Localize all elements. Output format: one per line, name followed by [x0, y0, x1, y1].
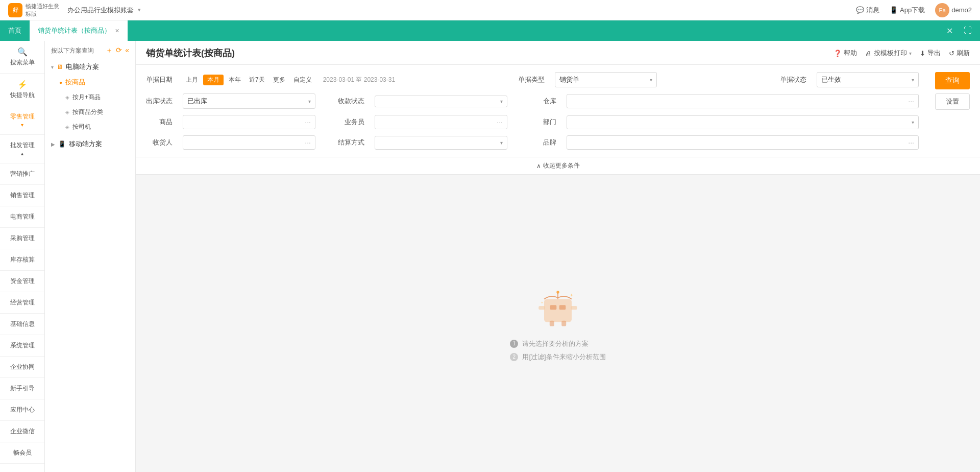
sidebar-item-system[interactable]: 系统管理: [0, 335, 44, 357]
pc-icon: 🖥: [57, 63, 63, 70]
receive-status-select[interactable]: ▾: [375, 96, 507, 107]
sidebar-item-enterprise[interactable]: 企业协同: [0, 357, 44, 378]
date-filter-row: 单据日期 上月 本月 本年 近7天 更多 自定义 2023-03-01 至 20…: [146, 72, 919, 87]
step-1-number: 1: [510, 340, 518, 348]
data-area: ✦ ✦ 1 请先选择要分析的方案 2 用[过滤]条件来缩小分析范围: [136, 175, 980, 472]
app-title: 办公用品行业模拟账套: [67, 6, 134, 15]
payment-label: 结算方式: [338, 138, 364, 147]
scheme-group-pc-header[interactable]: ▾ 🖥 电脑端方案: [45, 59, 135, 75]
sidebar-item-shortcut[interactable]: ⚡ 快捷导航: [0, 74, 44, 106]
warehouse-select[interactable]: ···: [567, 94, 919, 108]
scheme-item-by-product[interactable]: ● 按商品: [45, 75, 135, 90]
brand-select[interactable]: ···: [567, 135, 919, 150]
svg-rect-6: [561, 321, 566, 326]
message-button[interactable]: 💬 消息: [856, 6, 879, 15]
app-download-button[interactable]: 📱 App下载: [890, 6, 925, 15]
goods-dots-icon[interactable]: ···: [305, 118, 311, 126]
scheme-group-mobile-header[interactable]: ▶ 📱 移动端方案: [45, 136, 135, 152]
refresh-scheme-icon[interactable]: ⟳: [116, 46, 122, 55]
scheme-sub-icon1: ◈: [65, 95, 69, 100]
step-2-number: 2: [510, 353, 518, 361]
date-tab-this-year[interactable]: 本年: [226, 75, 244, 85]
chevron-right-icon: ▶: [51, 141, 55, 147]
main-content: 销货单统计表(按商品) ❓ 帮助 🖨 按模板打印 ▾ ⬇ 导出: [136, 41, 980, 472]
tab-home[interactable]: 首页: [0, 20, 30, 41]
sidebar-item-wholesale[interactable]: 批发管理 ▴: [0, 135, 44, 163]
wholesale-arrow: ▴: [21, 151, 23, 156]
sidebar-item-inventory[interactable]: 库存核算: [0, 249, 44, 271]
salesman-dots-icon[interactable]: ···: [497, 118, 503, 126]
query-button[interactable]: 查询: [935, 72, 970, 89]
doc-type-select[interactable]: 销货单 ▾: [555, 72, 657, 87]
sidebar-item-retail[interactable]: 零售管理 ▾: [0, 106, 44, 135]
sidebar-item-finance[interactable]: 资金管理: [0, 271, 44, 292]
receiver-dots-icon[interactable]: ···: [305, 138, 311, 147]
sidebar-item-marketing[interactable]: 营销推广: [0, 163, 44, 185]
topbar-left: 好 畅捷通好生意 标版 办公用品行业模拟账套 ▾: [8, 3, 141, 17]
export-button[interactable]: ⬇ 导出: [920, 49, 941, 58]
chevron-up-icon: ∧: [536, 162, 541, 170]
avatar: Ea: [935, 3, 949, 17]
logo-area: 好 畅捷通好生意 标版: [8, 3, 59, 17]
filter-row-2: 出库状态 已出库 ▾ 收款状态 ▾: [146, 93, 919, 109]
logo-icon: 好: [8, 3, 22, 17]
sidebar-item-apps[interactable]: 应用中心: [0, 399, 44, 421]
sidebar-item-member[interactable]: 畅会员: [0, 442, 44, 464]
dept-select[interactable]: ▾: [567, 115, 919, 129]
sidebar-item-wechat[interactable]: 企业微信: [0, 421, 44, 442]
date-tab-more[interactable]: 更多: [270, 75, 288, 85]
warehouse-label: 仓库: [530, 97, 556, 106]
sidebar-item-ecommerce[interactable]: 电商管理: [0, 206, 44, 228]
print-arrow-icon: ▾: [909, 51, 912, 56]
dept-arrow-icon: ▾: [912, 120, 914, 125]
svg-rect-5: [550, 321, 554, 326]
main-layout: 🔍 搜索菜单 ⚡ 快捷导航 零售管理 ▾ 批发管理 ▴ 营销推广 销售管理 电商…: [0, 41, 980, 472]
date-tab-7days[interactable]: 近7天: [246, 75, 268, 85]
brand-dots-icon[interactable]: ···: [908, 138, 914, 147]
maximize-icon[interactable]: ⛶: [961, 23, 975, 38]
page-header: 销货单统计表(按商品) ❓ 帮助 🖨 按模板打印 ▾ ⬇ 导出: [136, 41, 980, 65]
sidebar-item-search[interactable]: 🔍 搜索菜单: [0, 41, 44, 74]
svg-point-4: [556, 291, 559, 293]
sidebar-item-basic[interactable]: 基础信息: [0, 314, 44, 335]
collapse-bar[interactable]: ∧ 收起更多条件: [136, 157, 980, 175]
warehouse-dots-icon[interactable]: ···: [908, 97, 914, 105]
close-window-icon[interactable]: ✕: [942, 23, 957, 38]
receiver-select[interactable]: ···: [183, 135, 315, 150]
sidebar-item-operations[interactable]: 经营管理: [0, 292, 44, 314]
tab-report[interactable]: 销货单统计表（按商品） ✕: [30, 20, 128, 41]
page-title: 销货单统计表(按商品): [146, 47, 235, 59]
sidebar-item-sales[interactable]: 销售管理: [0, 185, 44, 206]
scheme-group-mobile: ▶ 📱 移动端方案: [45, 136, 135, 152]
refresh-button[interactable]: ↺ 刷新: [949, 49, 970, 58]
dept-label: 部门: [530, 117, 556, 127]
tab-close-icon[interactable]: ✕: [115, 28, 119, 34]
settings-button[interactable]: 设置: [935, 93, 970, 110]
sidebar-item-guide[interactable]: 新手引导: [0, 378, 44, 399]
phone-icon: 📱: [890, 6, 898, 14]
message-icon: 💬: [856, 6, 864, 14]
user-menu[interactable]: Ea demo2: [935, 3, 972, 17]
sidebar-item-purchase[interactable]: 采购管理: [0, 228, 44, 249]
collapse-scheme-icon[interactable]: «: [125, 46, 129, 55]
scheme-sub-icon2: ◈: [65, 109, 69, 115]
help-button[interactable]: ❓ 帮助: [834, 49, 857, 58]
out-status-select[interactable]: 已出库 ▾: [183, 93, 315, 109]
goods-select[interactable]: ···: [183, 115, 315, 129]
date-tab-last-month[interactable]: 上月: [183, 75, 201, 85]
date-tab-custom[interactable]: 自定义: [290, 75, 315, 85]
payment-select[interactable]: ▾: [375, 136, 507, 150]
refresh-icon: ↺: [949, 50, 954, 57]
doc-status-select[interactable]: 已生效 ▾: [817, 72, 919, 87]
print-button[interactable]: 🖨 按模板打印 ▾: [865, 49, 912, 58]
app-title-arrow[interactable]: ▾: [138, 7, 141, 13]
scheme-item-month-product[interactable]: ◈ 按月+商品: [45, 90, 135, 105]
add-scheme-icon[interactable]: ＋: [106, 46, 113, 55]
svg-text:✦: ✦: [570, 293, 574, 298]
export-icon: ⬇: [920, 50, 925, 57]
date-tab-this-month[interactable]: 本月: [203, 75, 224, 85]
salesman-select[interactable]: ···: [375, 115, 507, 129]
scheme-item-product-category[interactable]: ◈ 按商品分类: [45, 105, 135, 120]
receiver-label: 收货人: [146, 138, 173, 147]
scheme-item-driver[interactable]: ◈ 按司机: [45, 120, 135, 134]
